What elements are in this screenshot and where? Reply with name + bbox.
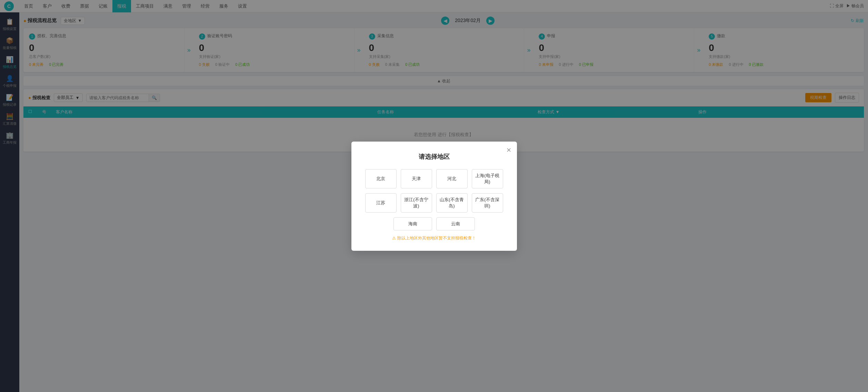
region-btn-yunnan[interactable]: 云南 — [436, 217, 475, 230]
region-grid-row3: 海南 云南 — [365, 217, 503, 230]
region-grid-row2: 江苏 浙江(不含宁波) 山东(不含青岛) 广东(不含深圳) — [365, 193, 503, 213]
region-grid-row1: 北京 天津 河北 上海(电子税局) — [365, 169, 503, 188]
region-warning: ⚠ 除以上地区外其他地区暂不支持报税检查！ — [365, 235, 503, 241]
region-btn-beijing[interactable]: 北京 — [365, 169, 397, 188]
region-btn-jiangsu[interactable]: 江苏 — [365, 193, 397, 213]
warning-text: 除以上地区外其他地区暂不支持报税检查！ — [397, 235, 476, 241]
modal-close-button[interactable]: ✕ — [506, 146, 511, 154]
region-modal: ✕ 请选择地区 北京 天津 河北 上海(电子税局) 江苏 浙江(不含宁波) 山东… — [351, 142, 517, 251]
region-btn-shanghai[interactable]: 上海(电子税局) — [472, 169, 503, 188]
region-btn-zhejiang[interactable]: 浙江(不含宁波) — [401, 193, 432, 213]
region-btn-shandong[interactable]: 山东(不含青岛) — [436, 193, 468, 213]
region-btn-hebei[interactable]: 河北 — [436, 169, 468, 188]
modal-overlay: ✕ 请选择地区 北京 天津 河北 上海(电子税局) 江苏 浙江(不含宁波) 山东… — [0, 0, 868, 392]
region-btn-hainan[interactable]: 海南 — [393, 217, 432, 230]
region-btn-tianjin[interactable]: 天津 — [401, 169, 432, 188]
modal-title: 请选择地区 — [365, 153, 503, 161]
region-btn-guangdong[interactable]: 广东(不含深圳) — [472, 193, 503, 213]
warning-icon: ⚠ — [392, 236, 396, 240]
